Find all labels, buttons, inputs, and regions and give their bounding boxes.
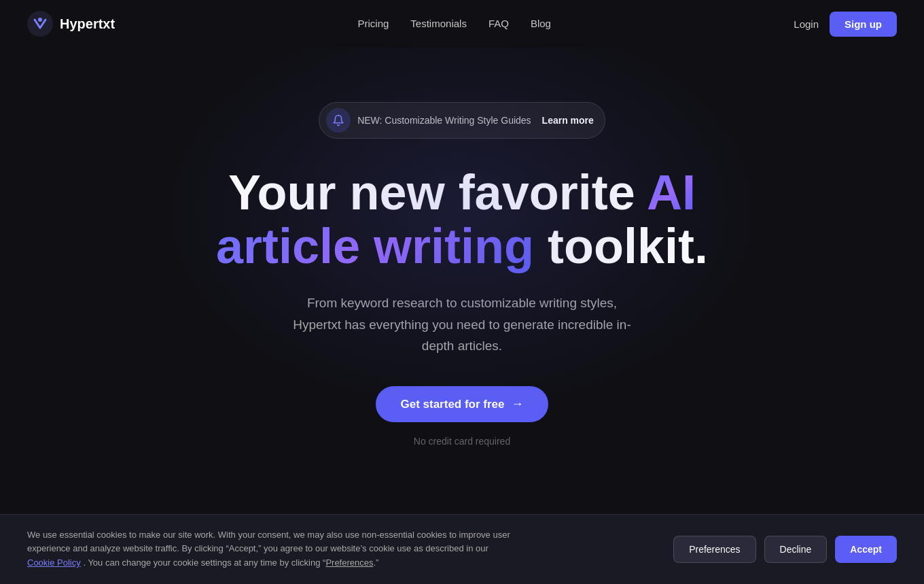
hero-section: NEW: Customizable Writing Style Guides L…: [0, 48, 924, 487]
arrow-icon: →: [512, 397, 524, 411]
brand-name: Hypertxt: [60, 16, 115, 32]
accept-button[interactable]: Accept: [835, 536, 897, 563]
svg-point-1: [38, 18, 42, 22]
logo-icon: [27, 11, 53, 37]
svg-point-0: [27, 11, 53, 37]
cookie-banner: We use essential cookies to make our sit…: [0, 514, 924, 584]
preferences-button[interactable]: Preferences: [673, 536, 756, 563]
hero-subtitle: From keyword research to customizable wr…: [285, 292, 639, 356]
bell-icon: [326, 108, 351, 133]
nav-faq[interactable]: FAQ: [488, 18, 509, 29]
preferences-inline-link[interactable]: Preferences: [325, 557, 373, 568]
nav-actions: Login Sign up: [794, 12, 897, 37]
signup-button[interactable]: Sign up: [830, 12, 897, 37]
announcement-text: NEW: Customizable Writing Style Guides: [357, 115, 531, 126]
nav-links: Pricing Testimonials FAQ Blog: [358, 18, 551, 30]
learn-more-link[interactable]: Learn more: [542, 115, 594, 126]
no-cc-text: No credit card required: [414, 436, 510, 447]
logo[interactable]: Hypertxt: [27, 11, 115, 37]
hero-title: Your new favorite AI article writing too…: [216, 166, 708, 273]
nav-testimonials[interactable]: Testimonials: [410, 18, 467, 29]
navbar: Hypertxt Pricing Testimonials FAQ Blog L…: [0, 0, 924, 48]
cookie-actions: Preferences Decline Accept: [673, 536, 897, 563]
nav-pricing[interactable]: Pricing: [358, 18, 389, 29]
decline-button[interactable]: Decline: [764, 536, 828, 563]
announcement-badge[interactable]: NEW: Customizable Writing Style Guides L…: [319, 102, 605, 139]
login-button[interactable]: Login: [794, 18, 819, 30]
cookie-text: We use essential cookies to make our sit…: [27, 528, 516, 570]
cookie-policy-link[interactable]: Cookie Policy: [27, 557, 81, 568]
cta-button[interactable]: Get started for free →: [376, 386, 548, 422]
nav-blog[interactable]: Blog: [531, 18, 551, 29]
